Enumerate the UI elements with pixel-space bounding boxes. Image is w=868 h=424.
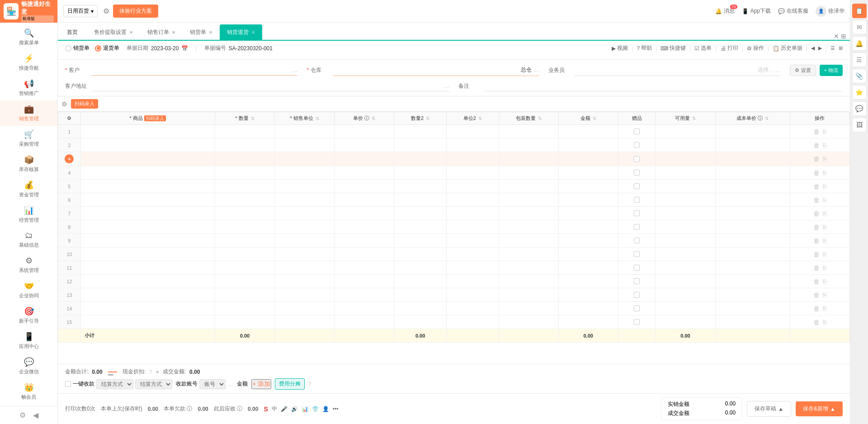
sidebar-item-wechat[interactable]: 💬企业微信: [0, 353, 57, 379]
cell-unit2[interactable]: [446, 207, 499, 220]
cell-unit2[interactable]: [446, 125, 499, 138]
delete-row-btn[interactable]: 🗑: [813, 319, 820, 326]
cell-gift[interactable]: [618, 248, 656, 261]
copy-row-btn[interactable]: ⎘: [823, 237, 826, 244]
delete-row-btn[interactable]: 🗑: [813, 251, 820, 258]
cell-price[interactable]: [335, 220, 394, 234]
cell-quantity[interactable]: [215, 220, 274, 234]
sidebar-item-operations[interactable]: 📊经营管理: [0, 202, 57, 227]
cell-pkg-qty[interactable]: [499, 166, 558, 180]
cell-available[interactable]: [656, 207, 715, 220]
cell-price[interactable]: [335, 248, 394, 261]
cell-quantity[interactable]: [215, 234, 274, 248]
gift-checkbox[interactable]: [634, 238, 640, 243]
save-new-btn[interactable]: 保存&新增 ▲: [796, 401, 843, 416]
cell-cost-price[interactable]: [715, 166, 790, 180]
cell-available[interactable]: [656, 275, 715, 288]
cell-price[interactable]: [335, 288, 394, 302]
cell-available[interactable]: [656, 234, 715, 248]
cell-qty2[interactable]: [394, 220, 447, 234]
delete-row-btn[interactable]: 🗑: [813, 196, 820, 204]
cell-gift[interactable]: [618, 138, 656, 152]
cell-cost-price[interactable]: [715, 288, 790, 302]
cell-unit[interactable]: [275, 207, 335, 220]
cell-amount[interactable]: [558, 220, 618, 234]
right-panel-btn-3[interactable]: 🔔: [852, 36, 867, 51]
cell-cost-price[interactable]: [715, 275, 790, 288]
delete-row-btn[interactable]: 🗑: [813, 224, 820, 231]
one-click-checkbox[interactable]: [65, 381, 71, 387]
cell-product[interactable]: [80, 315, 215, 329]
cell-quantity[interactable]: [215, 193, 274, 207]
return-radio[interactable]: 退货单: [95, 44, 119, 52]
fee-btn[interactable]: 费用分摊: [275, 378, 305, 390]
cell-unit2[interactable]: [446, 288, 499, 302]
product-input[interactable]: [83, 156, 213, 162]
delete-row-btn[interactable]: 🗑: [813, 183, 820, 190]
window-maximize-btn[interactable]: ⊞: [841, 33, 846, 40]
settings-bottom-icon[interactable]: ⚙: [19, 411, 26, 419]
shortcuts-btn[interactable]: ⌨ 快捷键: [660, 44, 686, 52]
cell-quantity[interactable]: [215, 152, 274, 166]
cell-qty2[interactable]: [394, 125, 447, 138]
cell-quantity[interactable]: [215, 138, 274, 152]
sidebar-item-quick-nav[interactable]: ⚡快捷导航: [0, 50, 57, 75]
delete-row-btn[interactable]: 🗑: [813, 264, 820, 272]
sidebar-item-inventory[interactable]: 📦库存核算: [0, 151, 57, 176]
experience-btn[interactable]: 体验行业方案: [113, 5, 158, 18]
cell-cost-price[interactable]: [715, 302, 790, 315]
cell-cost-price[interactable]: [715, 138, 790, 152]
scan-btn[interactable]: 扫码录入: [71, 99, 98, 109]
cell-qty2[interactable]: [394, 315, 447, 329]
cell-quantity[interactable]: [215, 207, 274, 220]
cell-product[interactable]: [80, 261, 215, 275]
copy-row-btn[interactable]: ⎘: [823, 278, 826, 285]
cell-gift[interactable]: [618, 288, 656, 302]
sidebar-item-finance[interactable]: 💰资金管理: [0, 176, 57, 202]
cell-amount[interactable]: [558, 234, 618, 248]
copy-row-btn[interactable]: ⎘: [823, 128, 826, 135]
cell-product[interactable]: [80, 125, 215, 138]
tab-price-setting[interactable]: 售价提取设置✕: [87, 24, 140, 41]
cell-quantity[interactable]: [215, 315, 274, 329]
delete-row-btn[interactable]: 🗑: [813, 305, 820, 312]
cell-gift[interactable]: [618, 207, 656, 220]
cell-unit[interactable]: [275, 193, 335, 207]
cell-unit2[interactable]: [446, 234, 499, 248]
cell-available[interactable]: [656, 193, 715, 207]
cell-available[interactable]: [656, 180, 715, 193]
cell-pkg-qty[interactable]: [499, 288, 558, 302]
copy-row-btn[interactable]: ⎘: [823, 305, 826, 312]
tab-close-price-setting[interactable]: ✕: [129, 30, 133, 35]
cell-qty2[interactable]: [394, 261, 447, 275]
cell-product[interactable]: [80, 302, 215, 315]
cell-unit[interactable]: [275, 166, 335, 180]
video-btn[interactable]: ▶ 视频: [612, 44, 628, 52]
notice-btn[interactable]: 🔔 消息 70: [715, 7, 735, 15]
bill-no-value[interactable]: SA-20230320-001: [229, 45, 273, 52]
sidebar-item-guide[interactable]: 🎯新手引导: [0, 303, 57, 328]
delete-row-btn[interactable]: 🗑: [813, 142, 820, 149]
cell-available[interactable]: [656, 261, 715, 275]
copy-row-btn[interactable]: ⎘: [823, 291, 826, 299]
cell-pkg-qty[interactable]: [499, 275, 558, 288]
copy-row-btn[interactable]: ⎘: [823, 264, 826, 272]
sidebar-item-member[interactable]: 👑畅会员: [0, 379, 57, 404]
tab-close-sales-return[interactable]: ✕: [251, 30, 255, 35]
delete-row-btn[interactable]: 🗑: [813, 128, 820, 135]
cell-pkg-qty[interactable]: [499, 302, 558, 315]
delete-row-btn[interactable]: 🗑: [813, 278, 820, 285]
gift-checkbox[interactable]: [634, 170, 640, 176]
account-select[interactable]: 账号: [199, 379, 226, 389]
cell-unit2[interactable]: [446, 180, 499, 193]
cell-quantity[interactable]: [215, 125, 274, 138]
sidebar-item-search[interactable]: 🔍搜索菜单: [0, 24, 57, 50]
cell-price[interactable]: [335, 275, 394, 288]
note-input[interactable]: [485, 81, 843, 91]
cell-cost-price[interactable]: [715, 261, 790, 275]
right-panel-btn-7[interactable]: 💬: [852, 101, 867, 116]
cell-quantity[interactable]: [215, 180, 274, 193]
cell-price[interactable]: [335, 166, 394, 180]
cell-price[interactable]: [335, 207, 394, 220]
cell-amount[interactable]: [558, 193, 618, 207]
